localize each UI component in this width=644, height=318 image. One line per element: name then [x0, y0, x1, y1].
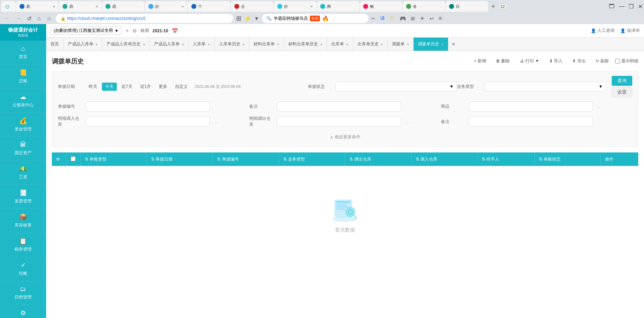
browser-tab-1[interactable]: 新 × [16, 1, 59, 12]
extensions-button[interactable]: ⊞ [236, 15, 241, 22]
detail-in-ellipsis-button[interactable]: ... [213, 119, 219, 124]
browser-tab-2[interactable]: 易 × [59, 1, 102, 12]
page-tab-stock-in-close[interactable]: × [208, 42, 210, 46]
page-tab-product-in-close[interactable]: × [95, 42, 98, 46]
date-btn-1month[interactable]: 近1月 [137, 83, 154, 91]
sidebar-item-inventory[interactable]: 📦 库存核算 [0, 209, 46, 233]
page-tab-stock-in[interactable]: 入库单 × [189, 38, 214, 51]
tab-close-2[interactable]: × [96, 4, 98, 9]
page-tab-material-out[interactable]: 材料出库单 × [249, 38, 284, 51]
th-out-warehouse[interactable]: ⇅ 调出仓库 [345, 152, 411, 166]
page-tab-transfer[interactable]: 调拨单 × [388, 38, 414, 51]
status-select[interactable]: ▼ [335, 82, 457, 91]
table-settings-icon[interactable]: ⚙ [56, 157, 60, 162]
page-tab-product-in-history-close[interactable]: × [143, 42, 145, 46]
page-tab-stock-out-history-close[interactable]: × [381, 42, 383, 46]
translate-icon[interactable]: 译 [380, 15, 385, 22]
close-all-tabs-button[interactable]: × [448, 41, 459, 48]
browser-tab-4[interactable]: 好 × [145, 1, 187, 12]
doc-number-input[interactable] [86, 101, 210, 111]
page-tab-transfer-history[interactable]: 调拨单历史 × [414, 38, 448, 51]
sidebar-item-settings[interactable]: ⚙ 基础设置 [0, 305, 46, 318]
page-tab-transfer-close[interactable]: × [407, 42, 409, 46]
sidebar-item-invoice[interactable]: 🧾 发票管理 [0, 185, 46, 209]
page-tab-product-in2-close[interactable]: × [182, 42, 184, 46]
th-in-warehouse[interactable]: ⇅ 调入仓库 [411, 152, 477, 166]
browser-tab-5[interactable]: 个 [188, 1, 230, 12]
th-doc-type[interactable]: ⇅ 单账类型 [80, 152, 146, 166]
add-company-button[interactable]: + [125, 28, 129, 34]
game-icon[interactable]: 🎮 [400, 16, 406, 21]
browser-tab-home[interactable]: ⊙ [1, 1, 16, 12]
page-tab-stock-out-history[interactable]: 出库单历史 × [353, 38, 388, 51]
consultant-button[interactable]: 👤 人工咨询 [591, 28, 615, 34]
query-button[interactable]: 查询 [612, 76, 632, 86]
date-btn-7days[interactable]: 近7天 [118, 83, 136, 91]
window-icon-button[interactable]: 🗔 [609, 3, 615, 10]
home-button[interactable]: ⌂ [36, 15, 42, 22]
page-tab-stock-in-history-close[interactable]: × [242, 42, 245, 46]
th-checkbox[interactable] [66, 152, 80, 166]
print-button[interactable]: 🖨 打印 ▼ [516, 57, 543, 66]
undo-icon[interactable]: ↩ [430, 16, 434, 21]
sidebar-item-home[interactable]: ⌂ 首页 [0, 41, 46, 65]
calendar-icon[interactable]: 📅 [172, 28, 178, 34]
shield-icon[interactable]: 🛡 [390, 16, 395, 21]
browser-tab-6[interactable]: 企 [231, 1, 273, 12]
dropdown-button[interactable]: ▼ [254, 16, 259, 21]
sidebar-item-ledger[interactable]: 📒 总账 [0, 65, 46, 89]
browser-tab-9[interactable]: 畅 [360, 1, 402, 12]
page-tab-transfer-history-close[interactable]: × [441, 42, 443, 46]
search-bar[interactable]: 🔍 学霸应聘场驱鸟员 热搜 🔥 [262, 14, 369, 23]
page-tab-material-out-history[interactable]: 材料出库单历史 × [284, 38, 327, 51]
date-btn-more[interactable]: 更多 [155, 83, 170, 91]
company-select[interactable]: (勿删勿禁用) 江西服宝测试专用 ▼ [50, 27, 122, 35]
business-type-select[interactable]: ▼ [485, 82, 606, 91]
tab-close-1[interactable]: × [53, 4, 55, 9]
th-doc-number[interactable]: ⇅ 单据编号 [213, 152, 279, 166]
menu-icon[interactable]: ≡ [439, 15, 442, 22]
cut-icon[interactable]: ✂ [371, 16, 375, 21]
forward-button[interactable]: → [14, 15, 23, 22]
display-toggle-checkbox[interactable] [615, 59, 620, 63]
sidebar-item-assets[interactable]: 🏛 固定资产 [0, 137, 46, 161]
page-tab-product-in2[interactable]: 产成品入库单 × [150, 38, 189, 51]
th-settings[interactable]: ⚙ [52, 152, 66, 166]
note-input[interactable] [277, 101, 401, 111]
th-doc-date[interactable]: ⇅ 单据日期 [146, 152, 212, 166]
address-input[interactable]: 🔒 https://cloud.chanjet.com/accounting/u… [56, 14, 233, 23]
page-tab-material-out-history-close[interactable]: × [320, 42, 322, 46]
export-button[interactable]: ⬆ 导出 [569, 57, 589, 66]
date-btn-today[interactable]: 今天 [102, 83, 117, 91]
th-business-type[interactable]: ⇅ 业务类型 [279, 152, 345, 166]
sidebar-item-salary[interactable]: 💵 工资 [0, 161, 46, 185]
close-window-button[interactable]: ✕ [638, 3, 643, 10]
new-tab-button[interactable]: + [489, 3, 498, 10]
user-profile[interactable]: 👤 徐泽华 [620, 28, 640, 34]
th-handler[interactable]: ⇅ 经手人 [477, 152, 535, 166]
brightness-icon[interactable]: ☀ [420, 16, 425, 21]
page-tab-material-out-close[interactable]: × [277, 42, 279, 46]
display-toggle[interactable]: 显示明细 [615, 58, 638, 64]
date-btn-yesterday[interactable]: 昨天 [86, 83, 100, 91]
page-tab-stock-out[interactable]: 出库单 × [327, 38, 353, 51]
back-button[interactable]: ← [3, 15, 11, 22]
sidebar-item-funds[interactable]: 💰 资金管理 [0, 113, 46, 137]
note2-input[interactable] [469, 117, 593, 127]
page-tab-home[interactable]: 首页 [46, 38, 64, 51]
page-tab-stock-in-history[interactable]: 入库单历史 × [215, 38, 249, 51]
browser-tab-8[interactable]: 腾 [317, 1, 359, 12]
detail-out-input[interactable] [277, 117, 401, 127]
tab-close-4[interactable]: × [182, 4, 184, 9]
grid-icon[interactable]: ⊞ [411, 16, 415, 21]
new-button[interactable]: + 新增 [470, 57, 490, 66]
sidebar-item-tax[interactable]: 📋 税务管理 [0, 233, 46, 257]
date-btn-custom[interactable]: 自定义 [172, 83, 191, 91]
browser-tab-11[interactable]: 目 [446, 1, 488, 12]
sidebar-item-archive[interactable]: 🗂 归档管理 [0, 281, 46, 305]
reload-button[interactable]: ↺ [26, 15, 33, 23]
goods-ellipsis-button[interactable]: ... [596, 104, 602, 109]
sidebar-item-reports[interactable]: ☁ 云报表中心 [0, 89, 46, 113]
collapse-button[interactable]: ∧ 收起更多条件 [330, 134, 360, 140]
sidebar-item-close[interactable]: ✓ 结账 [0, 257, 46, 281]
